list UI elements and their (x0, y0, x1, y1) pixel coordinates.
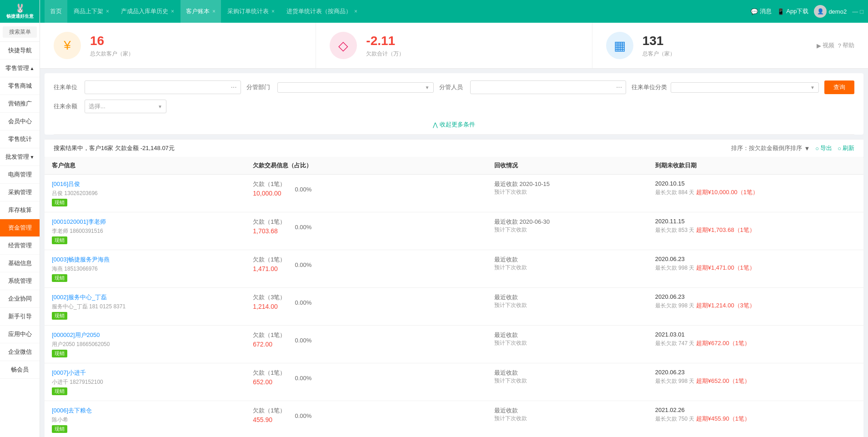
search-menu-button[interactable]: 搜索菜单 (3, 26, 37, 38)
tab-close-icon[interactable]: × (212, 8, 216, 15)
sidebar-item-purchase[interactable]: 采购管理 (0, 184, 40, 201)
customer-cell: [0003]畅捷服务尹海燕 海燕 18513066976 现销 (52, 256, 253, 282)
sidebar-item-newbie[interactable]: 新手引导 (0, 308, 40, 326)
overdue-link[interactable]: 超期¥1,703.68（1笔） (696, 226, 755, 233)
sidebar-search[interactable]: 搜索菜单 (0, 23, 40, 42)
debt-amount: 672.00 (253, 341, 286, 348)
table-row: [0006]去下粮仓 陈小希 现销 欠款（1笔） 455.90 0.00% 最近… (45, 401, 863, 437)
tab-products[interactable]: 商品上下架 × (68, 0, 115, 23)
debt-ratio: 0.00% (295, 261, 311, 268)
sort-selector[interactable]: 排序：按欠款金额倒序排序 ▼ (731, 144, 810, 152)
overdue-detail: 最长欠款 884 天 超期¥10,000.00（1笔） (655, 188, 856, 196)
overdue-detail: 最长欠款 998 天 超期¥652.00（1笔） (655, 377, 856, 385)
overdue-link[interactable]: 超期¥1,214.00（3笔） (696, 302, 755, 309)
debt-cell: 欠款（1笔） 672.00 0.00% (253, 331, 494, 349)
sidebar-item-apps[interactable]: 应用中心 (0, 326, 40, 343)
sidebar-item-enterprise[interactable]: 企业协同 (0, 290, 40, 308)
result-bar: 搜索结果中，客户16家 欠款金额 -21,148.07元 排序：按欠款金额倒序排… (45, 139, 863, 157)
customer-name[interactable]: [0006]去下粮仓 (52, 407, 253, 415)
sidebar-item-vip[interactable]: 畅会员 (0, 361, 40, 379)
sidebar-item-system[interactable]: 系统管理 (0, 272, 40, 290)
sidebar-item-finance[interactable]: 资金管理 (0, 219, 40, 237)
sidebar-item-business[interactable]: 经营管理 (0, 237, 40, 255)
tab-bar: 首页 商品上下架 × 产成品入库单历史 × 客户账本 × 采购订单统计表 × 进… (45, 0, 363, 23)
overdue-link[interactable]: 超期¥652.00（1笔） (696, 377, 750, 384)
tab-close-icon[interactable]: × (171, 8, 174, 15)
debt-count: 欠款（1笔） (253, 218, 286, 226)
overdue-link[interactable]: 超期¥1,471.00（1笔） (696, 264, 755, 271)
tab-customer-account[interactable]: 客户账本 × (181, 0, 221, 23)
customer-name[interactable]: [0007]小进千 (52, 369, 253, 377)
help-action[interactable]: ? 帮助 (838, 41, 854, 50)
overdue-detail: 最长欠款 998 天 超期¥1,471.00（1笔） (655, 264, 856, 272)
tab-close-icon[interactable]: × (106, 8, 109, 15)
overdue-link[interactable]: 超期¥672.00（1笔） (696, 340, 750, 347)
debt-cell: 欠款（1笔） 455.90 0.00% (253, 407, 494, 425)
tab-close-icon[interactable]: × (354, 8, 357, 15)
debt-cell: 欠款（1笔） 10,000.00 0.00% (253, 180, 494, 198)
overdue-cell: 2020.06.23 最长欠款 998 天 超期¥652.00（1笔） (655, 369, 856, 385)
filter-person: 分管人员 ··· (439, 80, 627, 94)
sidebar-item-marketing[interactable]: 营销推广 (0, 95, 40, 113)
payback-next: 预计下次收款 (494, 377, 655, 385)
payback-next: 预计下次收款 (494, 415, 655, 422)
balance-placeholder: 选择... (89, 102, 105, 111)
sidebar-item-wechat[interactable]: 企业微信 (0, 343, 40, 361)
debt-info: 欠款（1笔） 1,703.68 0.00% (253, 218, 494, 236)
customer-tag: 现销 (52, 350, 67, 357)
overdue-detail: 最长欠款 750 天 超期¥455.90（1笔） (655, 415, 856, 423)
sidebar-item-retail-stats[interactable]: 零售统计 (0, 131, 40, 148)
debt-count: 欠款（3笔） (253, 293, 286, 301)
overdue-detail: 最长欠款 747 天 超期¥672.00（1笔） (655, 339, 856, 347)
sidebar-item-inventory[interactable]: 库存核算 (0, 201, 40, 219)
payback-next: 预计下次收款 (494, 339, 655, 347)
debtors-info: 16 总欠款客户（家） (90, 34, 134, 58)
search-button[interactable]: 查询 (824, 80, 854, 94)
sidebar-item-member[interactable]: 会员中心 (0, 113, 40, 131)
dept-select[interactable]: ▼ (277, 82, 434, 93)
tab-production[interactable]: 产成品入库单历史 × (115, 0, 180, 23)
customer-contact: 用户2050 18665062050 (52, 341, 253, 348)
tab-purchase-order[interactable]: 采购订单统计表 × (222, 0, 280, 23)
debt-detail: 欠款（1笔） 1,471.00 (253, 256, 286, 274)
sidebar-item-ecommerce[interactable]: 电商管理 (0, 166, 40, 184)
sidebar-item-batch-manage[interactable]: 批发管理 ▼ (0, 148, 40, 166)
message-button[interactable]: 💬 消息 (751, 7, 772, 15)
app-download-button[interactable]: 📱 App下载 (777, 7, 808, 15)
customer-name[interactable]: [0001020001]李老师 (52, 218, 253, 226)
payback-date: 最近收款 2020-06-30 (494, 218, 655, 226)
payback-cell: 最近收款 2020-06-30 预计下次收款 (494, 218, 655, 234)
customer-name[interactable]: [000002]用户2050 (52, 331, 253, 339)
overdue-link[interactable]: 超期¥455.90（1笔） (696, 415, 750, 422)
tab-purchase-stats[interactable]: 进货单统计表（按商品） × (281, 0, 363, 23)
source-unit-input[interactable]: ··· (85, 80, 241, 94)
overdue-link[interactable]: 超期¥10,000.00（1笔） (696, 189, 758, 196)
overdue-cell: 2021.03.01 最长欠款 747 天 超期¥672.00（1笔） (655, 331, 856, 347)
sidebar-item-retail-manage[interactable]: 零售管理 ▲ (0, 60, 40, 77)
payback-date: 最近收款 2020-10-15 (494, 180, 655, 188)
tab-home[interactable]: 首页 (45, 0, 67, 23)
debt-info: 欠款（1笔） 652.00 0.00% (253, 369, 494, 387)
refresh-icon: ○ (838, 145, 841, 152)
user-menu[interactable]: 👤 demo2 (814, 5, 847, 18)
arrow-icon: ▲ (30, 66, 35, 71)
balance-select[interactable]: 选择... ▼ (85, 100, 166, 113)
sidebar-item-retail-store[interactable]: 零售商城 (0, 77, 40, 95)
refresh-button[interactable]: ○ 刷新 (838, 144, 854, 152)
minimize-icon[interactable]: — (852, 8, 858, 15)
person-input[interactable]: ··· (470, 80, 627, 94)
debt-amount: 1,471.00 (253, 265, 286, 272)
export-button[interactable]: ○ 导出 (815, 144, 832, 152)
payback-next: 预计下次收款 (494, 264, 655, 271)
customer-name[interactable]: [0002]服务中心_丁磊 (52, 293, 253, 301)
maximize-icon[interactable]: □ (860, 8, 863, 15)
table-row: [0007]小进千 小进千 18279152100 现销 欠款（1笔） 652.… (45, 363, 863, 401)
customer-name[interactable]: [0003]畅捷服务尹海燕 (52, 256, 253, 264)
collapse-button[interactable]: ⋀ 收起更多条件 (431, 119, 477, 131)
filter-dept: 分管部门 ▼ (246, 82, 434, 93)
video-action[interactable]: ▶ 视频 (817, 41, 834, 50)
tab-close-icon[interactable]: × (271, 8, 275, 15)
customer-name[interactable]: [0016]吕俊 (52, 180, 253, 188)
source-category-select[interactable]: ▼ (671, 82, 819, 93)
sidebar-item-basic[interactable]: 基础信息 (0, 255, 40, 272)
